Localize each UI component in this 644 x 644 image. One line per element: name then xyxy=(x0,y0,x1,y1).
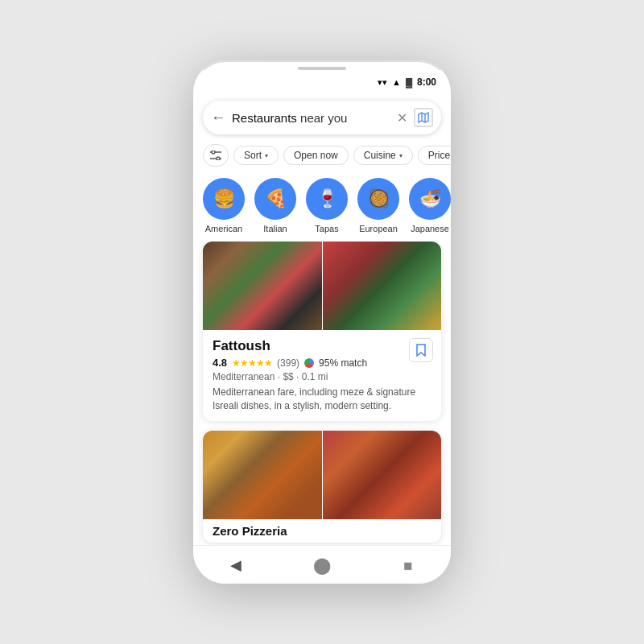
open-now-chip-label: Open now xyxy=(294,150,338,161)
cuisine-japanese[interactable]: 🍜 Japanese xyxy=(409,178,451,233)
svg-point-3 xyxy=(212,151,215,154)
cuisine-european-icon: 🥘 xyxy=(368,188,390,209)
cuisine-american-circle: 🍔 xyxy=(203,178,245,220)
filter-adjust-button[interactable] xyxy=(203,144,229,167)
fattoush-match: 95% match xyxy=(319,357,367,369)
fattoush-stars: ★★★★★ xyxy=(232,357,272,369)
cards-area: Fattoush 4.8 ★★★★★ (399) 95% match Medit… xyxy=(193,242,451,545)
svg-point-5 xyxy=(217,157,220,160)
nav-back-button[interactable]: ◀ xyxy=(220,549,252,581)
fattoush-name: Fattoush xyxy=(213,338,431,354)
cuisine-chip-label: Cuisine xyxy=(364,150,396,161)
cuisine-american-icon: 🍔 xyxy=(213,188,235,209)
cuisine-italian-circle: 🍕 xyxy=(254,178,296,220)
fattoush-save-button[interactable] xyxy=(409,338,433,362)
cuisine-tapas[interactable]: 🍷 Tapas xyxy=(306,178,348,233)
cuisine-tapas-icon: 🍷 xyxy=(316,188,338,209)
cuisine-european-circle: 🥘 xyxy=(357,178,399,220)
maps-icon-button[interactable] xyxy=(414,108,433,127)
fattoush-images xyxy=(203,242,441,330)
zero-pizzeria-images xyxy=(203,431,441,519)
fattoush-info: Fattoush 4.8 ★★★★★ (399) 95% match Medit… xyxy=(203,330,441,421)
map-icon xyxy=(418,112,429,123)
battery-icon: ▓ xyxy=(406,77,412,87)
fattoush-image-2 xyxy=(323,242,442,330)
price-chip[interactable]: Price ▾ xyxy=(418,146,451,165)
cuisine-chip-arrow: ▾ xyxy=(399,152,402,159)
signal-icon: ▲ xyxy=(392,77,401,87)
cuisine-italian-label: Italian xyxy=(263,224,287,233)
back-button[interactable]: ← xyxy=(211,109,225,126)
cuisine-tapas-circle: 🍷 xyxy=(306,178,348,220)
cuisine-american[interactable]: 🍔 American xyxy=(203,178,245,233)
open-now-chip[interactable]: Open now xyxy=(283,146,349,165)
cuisine-japanese-icon: 🍜 xyxy=(419,188,441,209)
fattoush-rating-row: 4.8 ★★★★★ (399) 95% match xyxy=(213,357,431,369)
nav-bar: ◀ ⬤ ◼ xyxy=(193,545,451,584)
match-dot-icon xyxy=(304,358,314,368)
fattoush-review-count: (399) xyxy=(277,357,299,369)
price-chip-label: Price xyxy=(428,150,450,161)
status-time: 8:00 xyxy=(417,76,436,88)
cuisine-japanese-label: Japanese xyxy=(411,224,449,233)
sliders-icon xyxy=(209,151,222,160)
search-bar: ← Restaurants near you ✕ xyxy=(203,101,441,134)
bookmark-icon xyxy=(415,344,427,357)
cuisine-japanese-circle: 🍜 xyxy=(409,178,451,220)
phone-screen: ← Restaurants near you ✕ xyxy=(193,94,451,584)
status-bar: ▾▾ ▲ ▓ 8:00 xyxy=(193,70,451,94)
zero-pizzeria-partial-info: Zero Pizzeria xyxy=(203,519,441,543)
fattoush-meta-separator-2: · xyxy=(296,371,302,382)
cuisine-american-label: American xyxy=(205,224,242,233)
fattoush-category: Mediterranean xyxy=(213,371,275,382)
pizzeria-image-2 xyxy=(323,431,442,519)
search-text: Restaurants near you xyxy=(232,111,397,125)
phone-device: ▾▾ ▲ ▓ 8:00 ← Restaurants near you ✕ xyxy=(193,60,451,584)
fattoush-rating-num: 4.8 xyxy=(213,357,227,369)
search-query-rest: near you xyxy=(297,111,348,125)
sort-chip-label: Sort xyxy=(244,150,262,161)
fattoush-price: $$ xyxy=(283,371,293,382)
fattoush-card[interactable]: Fattoush 4.8 ★★★★★ (399) 95% match Medit… xyxy=(203,242,441,421)
sort-chip-arrow: ▾ xyxy=(265,152,268,159)
clear-search-button[interactable]: ✕ xyxy=(397,110,407,126)
fattoush-image-1 xyxy=(203,242,322,330)
zero-pizzeria-name: Zero Pizzeria xyxy=(213,524,431,538)
cuisine-italian-icon: 🍕 xyxy=(265,188,287,209)
cuisine-italian[interactable]: 🍕 Italian xyxy=(254,178,296,233)
nav-home-button[interactable]: ⬤ xyxy=(306,549,338,581)
cuisine-tapas-label: Tapas xyxy=(315,224,338,233)
filter-row: Sort ▾ Open now Cuisine ▾ Price ▾ xyxy=(193,141,451,173)
zero-pizzeria-card[interactable]: Zero Pizzeria xyxy=(203,431,441,543)
fattoush-meta: Mediterranean · $$ · 0.1 mi xyxy=(213,371,431,382)
sort-chip[interactable]: Sort ▾ xyxy=(233,146,279,165)
pizzeria-image-1 xyxy=(203,431,322,519)
cuisine-row: 🍔 American 🍕 Italian 🍷 Tapas 🥘 xyxy=(193,173,451,242)
cuisine-chip[interactable]: Cuisine ▾ xyxy=(353,146,413,165)
cuisine-european-label: European xyxy=(359,224,398,233)
fattoush-description: Mediterranean fare, including meze & sig… xyxy=(213,386,431,413)
wifi-icon: ▾▾ xyxy=(378,77,387,88)
cuisine-european[interactable]: 🥘 European xyxy=(357,178,399,233)
search-query-bold: Restaurants xyxy=(232,111,297,125)
nav-recents-button[interactable]: ◼ xyxy=(392,549,424,581)
fattoush-distance: 0.1 mi xyxy=(302,371,328,382)
